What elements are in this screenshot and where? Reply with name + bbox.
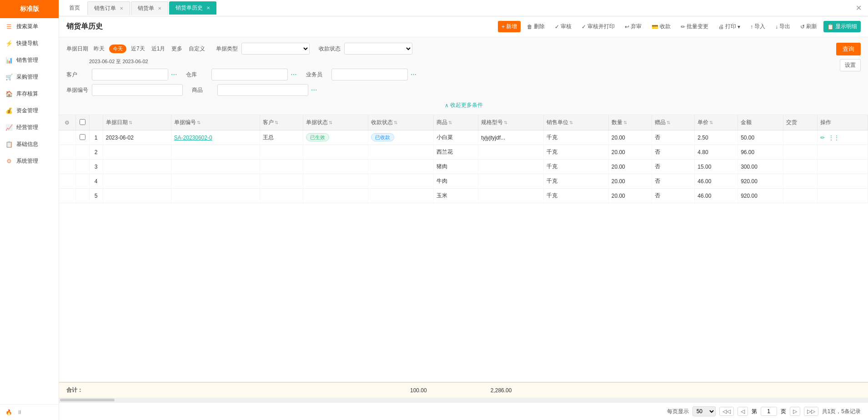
tab-sales-history[interactable]: 销货单历史 ✕ [169, 1, 216, 15]
abandon-button[interactable]: ↩ 弃审 [621, 21, 645, 32]
today-btn[interactable]: 今天 [109, 45, 126, 53]
row-sales-unit: 千克 [543, 130, 608, 145]
sidebar-item-label: 库存核算 [16, 90, 38, 98]
payment-status-select[interactable] [344, 43, 412, 55]
content-area: 销货单历史 + 新增 🗑 删除 ✓ 审核 ✓ 审核并打印 [59, 16, 868, 420]
export-button[interactable]: ↓ 导出 [772, 21, 794, 32]
tab-sales-delivery[interactable]: 销货单 ✕ [131, 1, 168, 15]
warehouse-ellipsis[interactable]: ··· [291, 70, 296, 79]
page-input[interactable] [761, 407, 777, 416]
th-payment-status[interactable]: 收款状态 ⇅ [368, 115, 433, 130]
goods-input[interactable] [217, 84, 308, 96]
sidebar-item-search-menu[interactable]: ☰ 搜索菜单 [0, 18, 59, 35]
window-close-button[interactable]: ✕ [853, 4, 864, 12]
sidebar-item-purchase-mgmt[interactable]: 🛒 采购管理 [0, 69, 59, 85]
th-quantity[interactable]: 数量 ⇅ [608, 115, 652, 130]
last7-btn[interactable]: 近7天 [129, 44, 147, 54]
show-details-button[interactable]: 📋 显示明细 [823, 21, 861, 32]
yesterday-btn[interactable]: 昨天 [92, 44, 106, 54]
sort-sales-unit-icon: ⇅ [569, 120, 573, 125]
last1month-btn[interactable]: 近1月 [150, 44, 167, 54]
row-spec-type [478, 160, 543, 174]
tab-sales-delivery-close[interactable]: ✕ [158, 6, 161, 11]
first-page-button[interactable]: ◁◁ [719, 407, 734, 416]
doc-no-input[interactable] [92, 84, 183, 96]
last-page-button[interactable]: ▷▷ [804, 407, 818, 416]
doc-no-link[interactable]: SA-20230602-0 [174, 135, 212, 141]
tab-home[interactable]: 首页 [63, 1, 86, 15]
print-button[interactable]: 🖨 打印 ▾ [715, 21, 744, 32]
salesperson-filter: 业务员 ··· [306, 69, 416, 80]
select-all-checkbox[interactable] [80, 119, 85, 125]
import-button[interactable]: ↑ 导入 [747, 21, 769, 32]
row-checkbox[interactable] [80, 134, 85, 140]
tab-sales-order-close[interactable]: ✕ [120, 6, 123, 11]
sidebar-item-label: 采购管理 [16, 73, 38, 81]
salesperson-input[interactable] [331, 69, 408, 80]
row-settings [59, 130, 75, 145]
customer-input[interactable] [92, 69, 168, 80]
tab-sales-order[interactable]: 销售订单 ✕ [87, 1, 130, 15]
edit-action[interactable]: ✏ [820, 135, 825, 141]
th-spec-type[interactable]: 规格型号 ⇅ [478, 115, 543, 130]
review-print-button[interactable]: ✓ 审核并打印 [578, 21, 618, 32]
tab-sales-history-close[interactable]: ✕ [206, 5, 210, 10]
fire-icon[interactable]: 🔥 [5, 409, 12, 415]
footer-total-amount: 2,286.00 [491, 387, 512, 394]
warehouse-input[interactable] [211, 69, 288, 80]
sidebar-item-quick-nav[interactable]: ⚡ 快捷导航 [0, 35, 59, 52]
row-doc-status [303, 160, 368, 174]
goods-ellipsis[interactable]: ··· [311, 86, 317, 94]
sidebar-item-ops-mgmt[interactable]: 📈 经营管理 [0, 119, 59, 136]
th-sales-unit[interactable]: 销售单位 ⇅ [543, 115, 608, 130]
toggle-filter-btn[interactable]: ∧ 收起更多条件 [66, 101, 861, 109]
scroll-thumb[interactable] [60, 399, 115, 401]
customer-ellipsis[interactable]: ··· [171, 70, 177, 79]
doc-status-badge: 已生效 [306, 133, 329, 141]
sort-unit-price-icon: ⇅ [709, 120, 713, 125]
sidebar-item-finance[interactable]: 💰 资金管理 [0, 102, 59, 119]
horizontal-scrollbar[interactable] [59, 398, 868, 402]
receive-button[interactable]: 💳 收款 [648, 21, 674, 32]
doc-type-select[interactable] [241, 43, 310, 55]
warehouse-filter: 仓库 ··· [186, 69, 296, 80]
row-doc-status [303, 145, 368, 160]
per-page-select[interactable]: 50 100 200 [692, 406, 716, 416]
th-unit-price[interactable]: 单价 ⇅ [695, 115, 738, 130]
sidebar-item-sales-mgmt[interactable]: 📊 销售管理 [0, 52, 59, 69]
ops-icon: 📈 [5, 124, 13, 131]
next-page-button[interactable]: ▷ [790, 407, 800, 416]
sidebar-item-basic-info[interactable]: 📋 基础信息 [0, 136, 59, 153]
pause-icon[interactable]: ⏸ [17, 409, 22, 415]
row-customer [260, 145, 303, 160]
th-gift[interactable]: 赠品 ⇅ [652, 115, 695, 130]
show-details-icon: 📋 [827, 24, 834, 30]
sidebar-item-sys-mgmt[interactable]: ⚙ 系统管理 [0, 153, 59, 170]
delete-button[interactable]: 🗑 删除 [523, 21, 548, 32]
custom-btn[interactable]: 自定义 [187, 44, 207, 54]
salesperson-ellipsis[interactable]: ··· [411, 70, 416, 79]
row-delivery [783, 189, 818, 203]
row-actions [818, 189, 868, 203]
th-delivery: 交货 [783, 115, 818, 130]
prev-page-button[interactable]: ◁ [738, 407, 748, 416]
th-customer[interactable]: 客户 ⇅ [260, 115, 303, 130]
more-action[interactable]: ⋮⋮ [828, 135, 839, 141]
row-gift: 否 [652, 174, 695, 189]
sidebar-item-inventory[interactable]: 🏠 库存核算 [0, 85, 59, 102]
table-row: 1 2023-06-02 SA-20230602-0 王总 已生效 已收款 小白… [59, 130, 868, 145]
th-settings[interactable]: ⚙ [59, 115, 75, 130]
row-payment-status [368, 189, 433, 203]
new-button[interactable]: + 新增 [498, 21, 521, 32]
review-button[interactable]: ✓ 审核 [551, 21, 575, 32]
th-doc-date[interactable]: 单据日期 ⇅ [103, 115, 171, 130]
th-doc-no[interactable]: 单据编号 ⇅ [171, 115, 260, 130]
th-goods[interactable]: 商品 ⇅ [433, 115, 478, 130]
batch-change-button[interactable]: ✏ 批量变更 [677, 21, 712, 32]
finance-icon: 💰 [5, 107, 13, 115]
refresh-button[interactable]: ↺ 刷新 [797, 21, 821, 32]
th-doc-status[interactable]: 单据状态 ⇅ [303, 115, 368, 130]
query-button[interactable]: 查询 [836, 43, 861, 55]
more-btn[interactable]: 更多 [170, 44, 184, 54]
settings-button[interactable]: 设置 [840, 59, 861, 71]
